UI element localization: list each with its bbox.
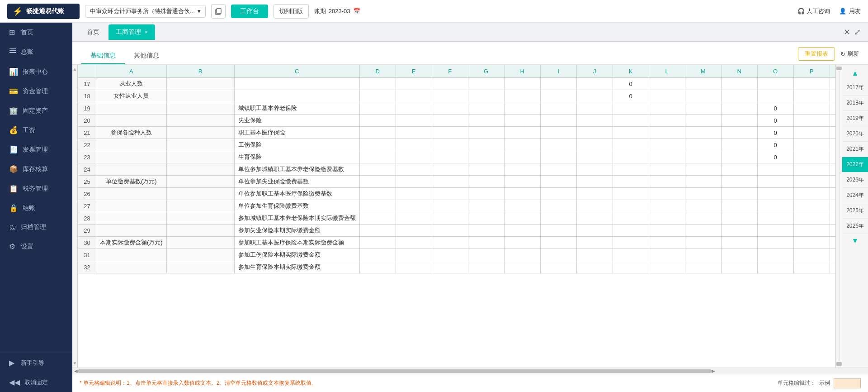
year-2022[interactable]: 2022年 xyxy=(842,157,868,172)
cell-g[interactable] xyxy=(468,151,504,163)
cell-l[interactable] xyxy=(649,102,685,115)
cell-j[interactable] xyxy=(576,225,613,237)
cell-b[interactable] xyxy=(166,151,234,163)
cell-m[interactable] xyxy=(685,90,721,102)
cell-h[interactable] xyxy=(504,127,540,139)
cell-a[interactable] xyxy=(96,163,167,176)
scroll-thumb-top[interactable] xyxy=(836,67,842,70)
cell-l[interactable] xyxy=(649,249,685,261)
cell-n[interactable] xyxy=(721,127,757,139)
cell-o[interactable]: 0 xyxy=(757,151,793,163)
sidebar-item-assets[interactable]: 🏢 固定资产 xyxy=(0,101,72,120)
cell-m[interactable] xyxy=(685,127,721,139)
year-2021[interactable]: 2021年 xyxy=(842,142,868,157)
sidebar-item-tax[interactable]: 📋 税务管理 xyxy=(0,179,72,198)
cell-j[interactable] xyxy=(576,139,613,151)
cell-n[interactable] xyxy=(721,237,757,249)
cell-n[interactable] xyxy=(721,176,757,188)
cell-c[interactable]: 单位参加生育保险缴费基数 xyxy=(234,200,359,212)
cell-g[interactable] xyxy=(468,78,504,90)
sidebar-item-unpin[interactable]: ◀◀ 取消固定 xyxy=(0,373,72,392)
year-2024[interactable]: 2024年 xyxy=(842,188,868,203)
cell-m[interactable] xyxy=(685,200,721,212)
cell-f[interactable] xyxy=(432,163,468,176)
sub-tab-basic[interactable]: 基础信息 xyxy=(81,48,125,64)
cell-o[interactable] xyxy=(757,261,793,273)
cell-k[interactable] xyxy=(613,151,649,163)
year-2019[interactable]: 2019年 xyxy=(842,111,868,126)
cell-m[interactable] xyxy=(685,261,721,273)
cell-j[interactable] xyxy=(576,78,613,90)
cell-i[interactable] xyxy=(540,139,576,151)
cell-f[interactable] xyxy=(432,90,468,102)
cell-m[interactable] xyxy=(685,139,721,151)
cell-j[interactable] xyxy=(576,90,613,102)
cell-n[interactable] xyxy=(721,102,757,115)
service-button[interactable]: 🎧 人工咨询 xyxy=(797,7,830,15)
cell-c[interactable] xyxy=(234,90,359,102)
cell-c[interactable]: 参加城镇职工基本养老保险本期实际缴费金额 xyxy=(234,212,359,225)
cell-q[interactable] xyxy=(830,115,835,127)
cell-l[interactable] xyxy=(649,176,685,188)
cell-d[interactable] xyxy=(359,127,396,139)
cell-o[interactable] xyxy=(757,78,793,90)
cell-e[interactable] xyxy=(396,115,432,127)
cell-o[interactable] xyxy=(757,176,793,188)
cell-n[interactable] xyxy=(721,139,757,151)
cell-b[interactable] xyxy=(166,163,234,176)
cell-e[interactable] xyxy=(396,127,432,139)
calendar-icon[interactable]: 📅 xyxy=(353,8,360,14)
year-2018[interactable]: 2018年 xyxy=(842,96,868,111)
cell-j[interactable] xyxy=(576,200,613,212)
cell-i[interactable] xyxy=(540,225,576,237)
cell-d[interactable] xyxy=(359,188,396,200)
cell-h[interactable] xyxy=(504,102,540,115)
copy-button[interactable] xyxy=(211,4,226,19)
cell-o[interactable] xyxy=(757,225,793,237)
scroll-up-icon[interactable]: ▲ xyxy=(73,67,77,72)
cell-p[interactable] xyxy=(793,249,830,261)
cell-b[interactable] xyxy=(166,102,234,115)
cell-d[interactable] xyxy=(359,200,396,212)
cell-p[interactable] xyxy=(793,212,830,225)
cell-f[interactable] xyxy=(432,225,468,237)
cell-o[interactable]: 0 xyxy=(757,115,793,127)
cell-k[interactable] xyxy=(613,200,649,212)
cell-c[interactable]: 职工基本医疗保险 xyxy=(234,127,359,139)
cell-d[interactable] xyxy=(359,139,396,151)
cell-a[interactable] xyxy=(96,249,167,261)
cell-k[interactable] xyxy=(613,127,649,139)
cell-h[interactable] xyxy=(504,78,540,90)
cell-i[interactable] xyxy=(540,200,576,212)
year-2017[interactable]: 2017年 xyxy=(842,80,868,96)
cell-b[interactable] xyxy=(166,261,234,273)
cell-o[interactable] xyxy=(757,249,793,261)
cell-e[interactable] xyxy=(396,151,432,163)
cell-e[interactable] xyxy=(396,200,432,212)
cell-d[interactable] xyxy=(359,90,396,102)
cell-f[interactable] xyxy=(432,102,468,115)
cell-e[interactable] xyxy=(396,225,432,237)
cell-j[interactable] xyxy=(576,249,613,261)
cell-n[interactable] xyxy=(721,163,757,176)
cell-e[interactable] xyxy=(396,102,432,115)
cell-k[interactable] xyxy=(613,163,649,176)
cell-f[interactable] xyxy=(432,237,468,249)
cell-e[interactable] xyxy=(396,139,432,151)
cell-b[interactable] xyxy=(166,188,234,200)
cell-h[interactable] xyxy=(504,212,540,225)
cell-g[interactable] xyxy=(468,127,504,139)
cell-q[interactable] xyxy=(830,249,835,261)
user-area[interactable]: 👤 用友 xyxy=(839,7,861,15)
cell-h[interactable] xyxy=(504,261,540,273)
cell-f[interactable] xyxy=(432,78,468,90)
cell-h[interactable] xyxy=(504,188,540,200)
cell-m[interactable] xyxy=(685,212,721,225)
cell-m[interactable] xyxy=(685,163,721,176)
scroll-down-icon[interactable]: ▼ xyxy=(73,361,77,366)
old-version-button[interactable]: 切到旧版 xyxy=(274,4,309,19)
cell-c[interactable]: 单位参加城镇职工基本养老保险缴费基数 xyxy=(234,163,359,176)
tab-home[interactable]: 首页 xyxy=(80,24,107,40)
cell-q[interactable] xyxy=(830,237,835,249)
cell-c[interactable]: 生育保险 xyxy=(234,151,359,163)
